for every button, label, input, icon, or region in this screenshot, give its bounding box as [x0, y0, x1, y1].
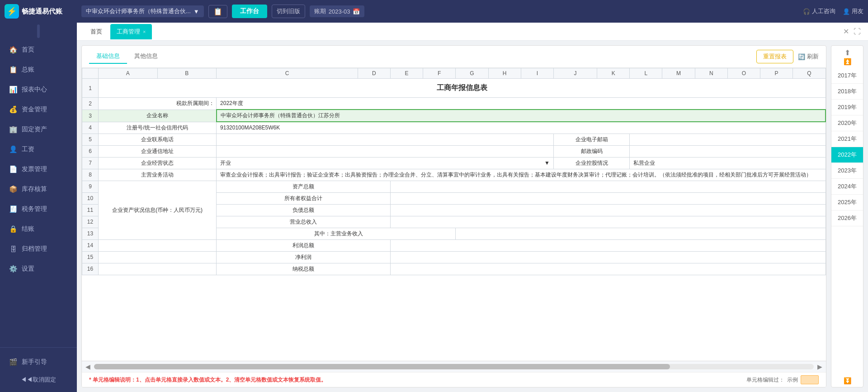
- user-btn[interactable]: 👤 用友: [843, 7, 863, 15]
- table-row: 8 主营业务活动 审查企业会计报表；出具审计报告；验证企业资本；出具验资报告；办…: [82, 169, 826, 181]
- workbench-btn[interactable]: 工作台: [232, 5, 267, 18]
- switch-old-btn[interactable]: 切到旧版: [272, 5, 305, 18]
- sidebar-item-invoice[interactable]: 📄 发票管理: [0, 159, 77, 179]
- sidebar-item-asset[interactable]: 🏢 固定资产: [0, 120, 77, 139]
- sidebar: 🏠 首页 📋 总账 📊 报表中心 💰 资金管理 🏢 固定资产 👤 工资: [0, 23, 77, 392]
- tab-gongshang[interactable]: 工商管理 ×: [110, 24, 152, 39]
- sidebar-item-report[interactable]: 📊 报表中心: [0, 80, 77, 100]
- row-num-11: 11: [82, 204, 99, 216]
- bottom-bar: * 单元格编辑说明：1、点击单元格直接录入数值或文本。2、清空单元格数值或文本恢…: [82, 372, 826, 387]
- sidebar-item-settings[interactable]: ⚙️ 设置: [0, 259, 77, 279]
- col-header-j: J: [553, 68, 597, 79]
- cell-11-label: 负债总额: [217, 204, 391, 216]
- cell-6-zip[interactable]: [630, 145, 826, 157]
- row-num-6: 6: [82, 145, 99, 157]
- example-box: [801, 375, 819, 384]
- sidebar-item-salary[interactable]: 👤 工资: [0, 139, 77, 159]
- cell-16-value[interactable]: [391, 263, 826, 275]
- year-item-2026[interactable]: 2026年: [831, 210, 863, 226]
- year-item-2019[interactable]: 2019年: [831, 100, 863, 115]
- cell-3-label: 企业名称: [99, 110, 217, 122]
- year-item-2022[interactable]: 2022年: [831, 147, 863, 163]
- cell-7-control[interactable]: 私营企业: [630, 157, 826, 169]
- col-header-g: G: [456, 68, 488, 79]
- sidebar-label-home: 首页: [22, 46, 34, 54]
- sidebar-label-tax: 税务管理: [22, 205, 47, 213]
- topbar-right: 🎧 人工咨询 👤 用友: [803, 7, 863, 15]
- tab-basic-info[interactable]: 基础信息: [89, 49, 127, 64]
- title-cell[interactable]: 工商年报信息表: [99, 79, 826, 98]
- cell-8-value[interactable]: 审查企业会计报表；出具审计报告；验证企业资本；出具验资报告；办理企业合并、分立、…: [217, 169, 826, 181]
- year-item-2017[interactable]: 2017年: [831, 68, 863, 84]
- year-scroll-top[interactable]: ⬆ ⏫: [841, 46, 854, 68]
- tab-bar: 首页 工商管理 × ✕ ⛶: [77, 23, 868, 41]
- year-item-2023[interactable]: 2023年: [831, 163, 863, 179]
- period-label: 账期: [314, 7, 326, 15]
- year-item-2020[interactable]: 2020年: [831, 115, 863, 131]
- hscroll-track[interactable]: [94, 364, 814, 369]
- hscroll-left-arrow[interactable]: ◀: [82, 362, 94, 371]
- double-down-icon: ⏬: [844, 377, 851, 384]
- row-num-16: 16: [82, 263, 99, 275]
- col-header-rownum: [82, 68, 99, 79]
- tab-other-info[interactable]: 其他信息: [127, 49, 165, 64]
- reset-report-btn[interactable]: 重置报表: [756, 50, 793, 63]
- copy-btn[interactable]: 📋: [208, 5, 227, 18]
- cell-11-value[interactable]: [391, 204, 826, 216]
- cell-5-email[interactable]: [630, 134, 826, 145]
- cell-10-value[interactable]: [391, 192, 826, 204]
- table-row: 1 工商年报信息表: [82, 79, 826, 98]
- report-icon: 📊: [9, 86, 17, 94]
- sidebar-label-close: 结账: [22, 225, 34, 233]
- sidebar-nav: 🏠 首页 📋 总账 📊 报表中心 💰 资金管理 🏢 固定资产 👤 工资: [0, 40, 77, 347]
- cell-15-value[interactable]: [391, 251, 826, 263]
- sidebar-label-archive: 归档管理: [22, 245, 47, 253]
- calendar-icon[interactable]: 📅: [353, 8, 360, 15]
- year-item-2024[interactable]: 2024年: [831, 179, 863, 195]
- cell-7-status[interactable]: 开业 ▼: [217, 157, 554, 169]
- cell-13-value[interactable]: [456, 228, 826, 239]
- new-guide-btn[interactable]: 🎬 新手引导: [0, 352, 77, 372]
- sidebar-item-home[interactable]: 🏠 首页: [0, 40, 77, 60]
- tab-home[interactable]: 首页: [84, 24, 108, 39]
- window-close-btn[interactable]: ✕: [843, 27, 849, 36]
- table-row: 5 企业联系电话 企业电子邮箱: [82, 134, 826, 145]
- cell-15-empty: [99, 251, 217, 263]
- refresh-btn[interactable]: 🔄 刷新: [798, 53, 819, 61]
- window-expand-btn[interactable]: ⛶: [854, 28, 861, 36]
- cell-4-value[interactable]: 91320100MA208E5W6K: [217, 122, 826, 134]
- company-selector[interactable]: 中审众环会计师事务所（特殊普通合伙... ▼: [81, 5, 204, 17]
- cell-5-phone[interactable]: [217, 134, 554, 145]
- cell-9-value[interactable]: [391, 181, 826, 192]
- bottom-hint: * 单元格编辑说明：1、点击单元格直接录入数值或文本。2、清空单元格数值或文本恢…: [89, 376, 326, 384]
- year-item-2018[interactable]: 2018年: [831, 84, 863, 100]
- sidebar-item-tax[interactable]: 🧾 税务管理: [0, 199, 77, 219]
- sidebar-item-inventory[interactable]: 📦 库存核算: [0, 179, 77, 199]
- sidebar-item-archive[interactable]: 🗄 归档管理: [0, 239, 77, 259]
- cell-2-value[interactable]: 2022年度: [217, 98, 826, 110]
- cell-14-value[interactable]: [391, 239, 826, 251]
- year-item-2021[interactable]: 2021年: [831, 131, 863, 147]
- cell-12-value[interactable]: [391, 216, 826, 228]
- cell-8-label: 主营业务活动: [99, 169, 217, 181]
- service-btn[interactable]: 🎧 人工咨询: [803, 7, 835, 15]
- tab-close-icon[interactable]: ×: [143, 29, 146, 34]
- sidebar-item-fund[interactable]: 💰 资金管理: [0, 100, 77, 120]
- sidebar-item-ledger[interactable]: 📋 总账: [0, 60, 77, 80]
- cell-13-label: 其中：主营业务收入: [217, 228, 456, 239]
- table-row: 6 企业通信地址 邮政编码: [82, 145, 826, 157]
- cancel-fixed-btn[interactable]: ◀◀取消固定: [0, 372, 77, 387]
- sidebar-item-close[interactable]: 🔒 结账: [0, 219, 77, 239]
- spreadsheet-wrapper[interactable]: A B C D E F G H I J K L: [82, 68, 826, 361]
- col-header-e: E: [391, 68, 423, 79]
- hscroll-right-arrow[interactable]: ▶: [814, 362, 826, 371]
- hint-text: * 单元格编辑说明：1、点击单元格直接录入数值或文本。2、清空单元格数值或文本恢…: [89, 377, 326, 383]
- year-item-2025[interactable]: 2025年: [831, 195, 863, 210]
- sidebar-label-ledger: 总账: [22, 66, 34, 74]
- tab-home-label: 首页: [90, 28, 102, 36]
- col-header-m: M: [662, 68, 695, 79]
- cell-6-addr[interactable]: [217, 145, 554, 157]
- cell-3-value[interactable]: 中审众环会计师事务所（特殊普通合伙）江苏分所: [217, 110, 826, 122]
- year-scroll-bottom[interactable]: ⏬: [841, 374, 854, 387]
- home-icon: 🏠: [9, 46, 17, 54]
